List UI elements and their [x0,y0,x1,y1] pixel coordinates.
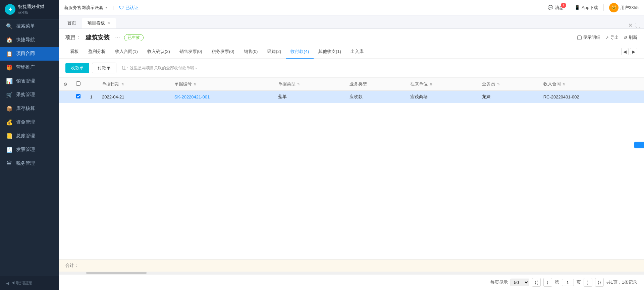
th-date[interactable]: 单据日期 ⇅ [98,78,170,91]
app-download-button[interactable]: 📱 App下载 [575,5,598,11]
horizontal-scrollbar[interactable] [59,272,644,274]
app-download-label: App下载 [582,5,598,11]
user-menu[interactable]: 🐱 用户3355 [609,3,639,12]
page-size-select[interactable]: 50 100 200 [511,279,529,286]
window-controls: ✕ ⛶ [628,22,641,28]
next-page-button[interactable]: ⟩ [584,278,592,287]
sort-contract-icon: ⇅ [562,82,565,86]
show-detail-label: 显示明细 [583,34,600,41]
certified-label: 已认证 [125,5,139,11]
refresh-button[interactable]: ↺ 刷新 [624,34,637,41]
unpin-icon: ◀ [6,281,9,286]
page-suffix: 页 [577,279,581,285]
th-checkbox[interactable] [72,78,85,91]
topbar-left: 新服务官网演示账套 ▾ | 🛡 已认证 [64,5,139,11]
subtab-tax-invoice[interactable]: 税务发票(0) [207,45,239,59]
payment-btn[interactable]: 付款单 [92,63,116,73]
sidebar-item-search[interactable]: 🔍 搜索菜单 [0,19,59,33]
cell-checkbox-0[interactable] [72,91,85,103]
current-page-input[interactable] [562,279,574,286]
unpin-label: ◀ 取消固定 [11,280,32,286]
subtab-kanban[interactable]: 看板 [65,45,84,59]
tab-close-icon[interactable]: ✕ [107,21,110,25]
project-more-button[interactable]: ··· [115,34,120,41]
subtab-revenue-confirm[interactable]: 收入确认(2) [143,45,175,59]
show-detail-input[interactable] [577,35,582,40]
subtab-sales[interactable]: 销售(0) [239,45,263,59]
subtab-prev-button[interactable]: ◀ [621,48,629,55]
app-version: 标准版 [18,10,44,15]
tab-project-board[interactable]: 项目看板 ✕ [82,18,116,28]
close-button[interactable]: ✕ [628,22,633,28]
sidebar-item-invoice[interactable]: 🧾 发票管理 [0,143,59,157]
sidebar-item-ledger[interactable]: 📒 总账管理 [0,129,59,143]
sidebar-scroll: 🔍 搜索菜单 🏠 快捷导航 📋 项目合同 🎁 营销推广 📊 销售管理 🛒 采购管… [0,19,59,276]
project-name: 建筑安装 [86,33,110,42]
filter-note: 注：这里是与项目关联的全部收付款单哦～ [122,65,198,71]
maximize-button[interactable]: ⛶ [635,22,641,28]
last-page-button[interactable]: ⟩⟩ [595,278,604,287]
th-partner[interactable]: 往来单位 ⇅ [406,78,478,91]
subtab-next-button[interactable]: ▶ [630,48,637,55]
message-button[interactable]: 💬 消息 1 [548,5,564,11]
sidebar-label-finance: 资金管理 [16,119,35,125]
page-container: 项目： 建筑安装 ··· 已生效 显示明细 ↗ 导出 ↺ 刷新 [59,29,644,290]
logo-text-block: 畅捷通好业财 标准版 [18,4,44,15]
show-detail-checkbox[interactable]: 显示明细 [577,34,600,41]
sidebar-logo: ✦ 畅捷通好业财 标准版 [0,0,59,19]
sidebar-item-project[interactable]: 📋 项目合同 [0,47,59,61]
th-code[interactable]: 单据编号 ⇅ [170,78,274,91]
subtab-sales-invoice[interactable]: 销售发票(0) [175,45,207,59]
th-type[interactable]: 单据类型 ⇅ [274,78,346,91]
sidebar-item-sales[interactable]: 📊 销售管理 [0,74,59,88]
cell-code-0[interactable]: SK-20220421-001 [170,91,274,103]
sort-salesman-icon: ⇅ [497,82,500,86]
sidebar-item-inventory[interactable]: 📦 库存核算 [0,102,59,116]
sales-icon: 📊 [6,78,13,84]
prev-page-button[interactable]: ⟨ [543,278,552,287]
feedback-button[interactable]: 反馈 [634,142,644,148]
sidebar-item-purchase[interactable]: 🛒 采购管理 [0,88,59,102]
project-header: 项目： 建筑安装 ··· 已生效 显示明细 ↗ 导出 ↺ 刷新 [59,29,644,45]
sort-type-icon: ⇅ [297,82,300,86]
ledger-icon: 📒 [6,133,13,139]
th-contract[interactable]: 收入合同 ⇅ [539,78,644,91]
cell-num-0: 1 [85,91,98,103]
certified-badge: 🛡 已认证 [119,5,139,11]
export-button[interactable]: ↗ 导出 [605,34,619,41]
sidebar-item-finance[interactable]: 💰 资金管理 [0,116,59,129]
scrollbar-thumb[interactable] [86,272,147,274]
separator-1: | [113,5,114,10]
sidebar-label-invoice: 发票管理 [16,147,35,153]
th-salesman[interactable]: 业务员 ⇅ [478,78,539,91]
search-icon: 🔍 [6,23,13,29]
sort-partner-icon: ⇅ [430,82,432,86]
th-settings[interactable]: ⚙ [59,78,72,91]
logo-icon: ✦ [5,4,15,15]
account-selector[interactable]: 新服务官网演示账套 ▾ [64,5,107,11]
mobile-icon: 📱 [575,5,580,10]
message-icon: 💬 [548,5,553,10]
subtab-revenue-contract[interactable]: 收入合同(1) [110,45,143,59]
cell-salesman-0: 龙妹 [478,91,539,103]
subtab-purchase[interactable]: 采购(2) [262,45,286,59]
row-checkbox-0[interactable] [76,94,80,98]
sidebar-item-shortcut[interactable]: 🏠 快捷导航 [0,33,59,47]
cell-type-0: 蓝单 [274,91,346,103]
total-bar: 合计： [59,259,644,272]
tab-home[interactable]: 首页 [62,18,82,28]
unpin-button[interactable]: ◀ ◀ 取消固定 [0,276,59,290]
subtab-profit[interactable]: 盈利分析 [84,45,110,59]
app-name: 畅捷通好业财 [18,4,44,10]
sidebar-item-marketing[interactable]: 🎁 营销推广 [0,61,59,74]
subtab-inventory[interactable]: 出入库 [346,45,368,59]
subtab-receipts[interactable]: 收付款(4) [286,45,314,59]
sidebar-label-shortcut: 快捷导航 [16,37,35,43]
sidebar-item-tax[interactable]: 🏛 税务管理 [0,157,59,170]
select-all-checkbox[interactable] [76,81,80,86]
cell-partner-0: 宏茂商场 [406,91,478,103]
first-page-button[interactable]: ⟨⟨ [532,278,541,287]
table-row[interactable]: 1 2022-04-21 SK-20220421-001 蓝单 应收款 宏茂商场… [59,91,644,103]
subtab-other-income[interactable]: 其他收支(1) [314,45,346,59]
receipt-btn[interactable]: 收款单 [65,63,89,73]
